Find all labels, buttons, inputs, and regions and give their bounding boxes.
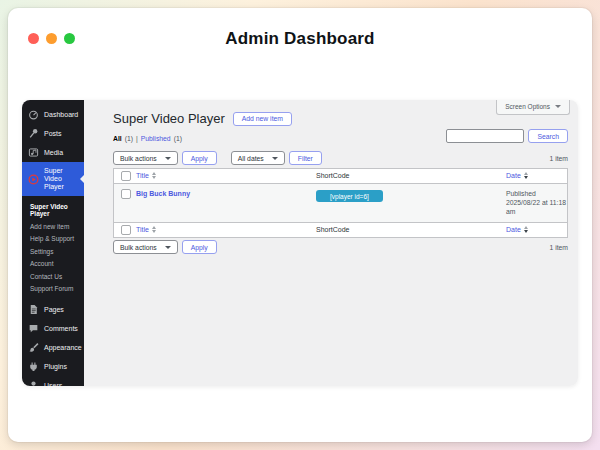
sidebar-item-media[interactable]: Media (22, 143, 84, 162)
screen-options-label: Screen Options (505, 103, 550, 110)
table-header-row: Title ShortCode Date (114, 169, 567, 184)
sidebar-item-label: Super Video Player (44, 167, 78, 191)
column-title-label: Title (136, 226, 149, 233)
column-footer-title[interactable]: Title (136, 226, 156, 233)
sort-icon (524, 172, 528, 179)
bulk-actions-select-bottom[interactable]: Bulk actions (113, 240, 178, 254)
shortcode-badge[interactable]: [vplayer id=6] (316, 190, 383, 202)
submenu-item-account[interactable]: Account (22, 258, 84, 271)
desktop-background: Admin Dashboard Dashboard Posts (0, 0, 600, 450)
item-count: 1 item (549, 244, 568, 251)
pages-icon (28, 304, 39, 315)
sidebar-item-comments[interactable]: Comments (22, 319, 84, 338)
sidebar-item-label: Pages (44, 306, 64, 314)
admin-panel: Dashboard Posts Media (22, 100, 578, 386)
row-checkbox[interactable] (121, 189, 131, 199)
search-area: Search (446, 129, 568, 143)
sidebar-item-dashboard[interactable]: Dashboard (22, 105, 84, 124)
admin-content: Screen Options Super Video Player Add ne… (84, 100, 578, 386)
page-title: Super Video Player (113, 111, 225, 126)
dates-filter-value: All dates (238, 155, 264, 162)
column-date-label: Date (506, 226, 521, 233)
row-date-text: 2025/08/22 at 11:18 am (506, 199, 566, 215)
view-filter-links: All (1) | Published (1) (113, 135, 182, 142)
dates-filter-select[interactable]: All dates (231, 151, 285, 165)
submenu-item-add-new-item[interactable]: Add new item (22, 220, 84, 233)
plugins-icon (28, 361, 39, 372)
sidebar-item-pages[interactable]: Pages (22, 300, 84, 319)
chevron-down-icon (165, 246, 171, 249)
row-date-status: Published (506, 190, 536, 197)
column-header-title[interactable]: Title (136, 172, 156, 179)
submenu-item-super-video-player[interactable]: Super Video Player (22, 200, 84, 220)
sidebar-item-label: Media (44, 149, 63, 157)
chevron-down-icon (272, 157, 278, 160)
sidebar-item-label: Posts (44, 130, 62, 138)
submenu-item-settings[interactable]: Settings (22, 245, 84, 258)
apply-button[interactable]: Apply (182, 151, 217, 165)
column-title-label: Title (136, 172, 149, 179)
add-new-item-button[interactable]: Add new item (233, 112, 292, 126)
search-input[interactable] (446, 129, 524, 143)
media-icon (28, 147, 39, 158)
column-footer-shortcode: ShortCode (316, 226, 349, 233)
dashboard-icon (28, 109, 39, 120)
published-count: (1) (174, 135, 182, 142)
item-count: 1 item (549, 155, 568, 162)
sidebar-item-appearance[interactable]: Appearance (22, 338, 84, 357)
submenu-item-help-support[interactable]: Help & Support (22, 233, 84, 246)
chevron-down-icon (555, 105, 561, 108)
sidebar-submenu: Super Video Player Add new item Help & S… (22, 196, 84, 300)
all-link[interactable]: All (113, 135, 122, 142)
sidebar-item-plugins[interactable]: Plugins (22, 357, 84, 376)
sidebar-item-super-video-player[interactable]: Super Video Player (22, 162, 84, 196)
users-icon (28, 380, 39, 386)
sidebar-item-label: Comments (44, 325, 78, 333)
comments-icon (28, 323, 39, 334)
table-row: Big Buck Bunny [vplayer id=6] Published … (114, 184, 567, 223)
column-date-label: Date (506, 172, 521, 179)
submenu-item-support-forum[interactable]: Support Forum (22, 283, 84, 296)
row-date-cell: Published 2025/08/22 at 11:18 am (506, 189, 570, 216)
posts-table: Title ShortCode Date Big Buck Bunny [vpl… (113, 168, 568, 238)
bulk-actions-select[interactable]: Bulk actions (113, 151, 178, 165)
chevron-down-icon (165, 157, 171, 160)
sidebar-item-users[interactable]: Users (22, 376, 84, 386)
sidebar-item-posts[interactable]: Posts (22, 124, 84, 143)
column-header-shortcode: ShortCode (316, 172, 349, 179)
published-link[interactable]: Published (141, 135, 171, 142)
sort-icon (152, 226, 156, 233)
row-title-link[interactable]: Big Buck Bunny (136, 190, 190, 197)
admin-sidebar: Dashboard Posts Media (22, 100, 84, 386)
column-footer-date[interactable]: Date (506, 226, 528, 233)
column-header-date[interactable]: Date (506, 172, 528, 179)
bulk-actions-value: Bulk actions (120, 155, 157, 162)
screen-options-button[interactable]: Screen Options (496, 100, 570, 115)
search-button[interactable]: Search (528, 129, 568, 143)
select-all-checkbox[interactable] (121, 225, 131, 235)
video-play-icon (28, 174, 39, 185)
views-separator: | (136, 135, 138, 142)
sidebar-item-label: Plugins (44, 363, 67, 371)
select-all-checkbox[interactable] (121, 171, 131, 181)
window-title: Admin Dashboard (8, 29, 592, 49)
sidebar-item-label: Users (44, 382, 62, 387)
table-footer-row: Title ShortCode Date (114, 223, 567, 237)
bulk-actions-value: Bulk actions (120, 244, 157, 251)
sidebar-item-label: Dashboard (44, 111, 78, 119)
all-count: (1) (125, 135, 133, 142)
sort-icon (524, 226, 528, 233)
sidebar-item-label: Appearance (44, 344, 82, 352)
app-window: Admin Dashboard Dashboard Posts (8, 8, 592, 442)
submenu-item-contact-us[interactable]: Contact Us (22, 270, 84, 283)
filter-button[interactable]: Filter (289, 151, 322, 165)
appearance-icon (28, 342, 39, 353)
window-titlebar: Admin Dashboard (8, 8, 592, 54)
tablenav-top: Bulk actions Apply All dates Filter 1 it… (113, 151, 568, 165)
tablenav-bottom: Bulk actions Apply 1 item (113, 240, 568, 254)
apply-button-bottom[interactable]: Apply (182, 240, 217, 254)
page-header: Super Video Player Add new item (113, 111, 292, 126)
sort-icon (152, 172, 156, 179)
pin-icon (28, 128, 39, 139)
